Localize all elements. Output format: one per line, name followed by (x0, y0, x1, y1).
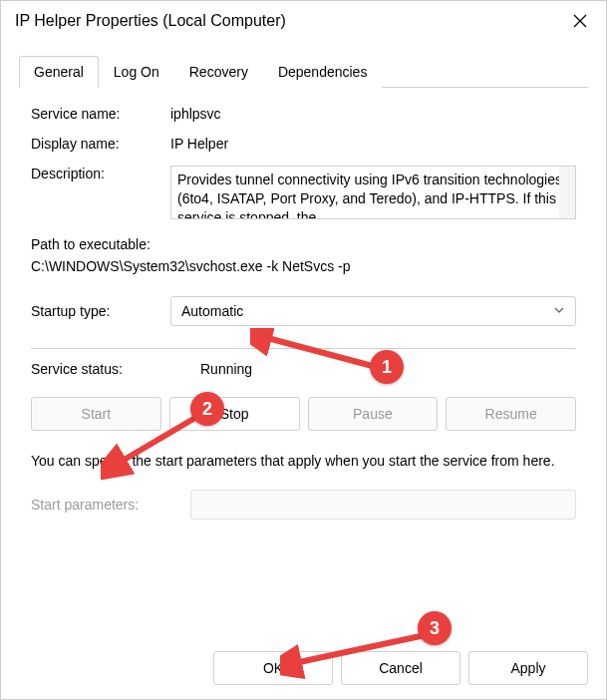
startup-type-value: Automatic (181, 303, 243, 319)
service-status-value: Running (200, 361, 252, 377)
service-status-label: Service status: (31, 361, 200, 377)
tab-strip: General Log On Recovery Dependencies (19, 55, 588, 88)
startup-type-label: Startup type: (31, 303, 170, 319)
service-name-label: Service name: (31, 106, 170, 122)
path-value: C:\WINDOWS\System32\svchost.exe -k NetSv… (31, 255, 576, 277)
dialog-footer: OK Cancel Apply (213, 651, 588, 685)
window-title: IP Helper Properties (Local Computer) (15, 12, 286, 30)
close-button[interactable] (568, 9, 592, 33)
tab-dependencies[interactable]: Dependencies (263, 56, 383, 88)
stop-button[interactable]: Stop (169, 397, 300, 431)
path-label: Path to executable: (31, 233, 576, 255)
chevron-down-icon (553, 303, 565, 319)
close-icon (573, 14, 587, 28)
tab-general[interactable]: General (19, 56, 99, 88)
cancel-button[interactable]: Cancel (341, 651, 460, 685)
start-button: Start (31, 397, 161, 431)
general-panel: Service name: iphlpsvc Display name: IP … (1, 88, 606, 539)
ok-button[interactable]: OK (213, 651, 333, 685)
display-name-value: IP Helper (170, 136, 576, 152)
description-text: Provides tunnel connectivity using IPv6 … (177, 172, 562, 219)
annotation-callout-1: 1 (370, 350, 404, 384)
description-textbox[interactable]: Provides tunnel connectivity using IPv6 … (170, 166, 576, 219)
service-name-value: iphlpsvc (170, 106, 576, 122)
separator (31, 348, 576, 349)
pause-button: Pause (308, 397, 439, 431)
apply-button[interactable]: Apply (468, 651, 588, 685)
info-text: You can specify the start parameters tha… (31, 451, 576, 472)
resume-button: Resume (446, 397, 576, 431)
tab-logon[interactable]: Log On (99, 56, 174, 88)
startup-type-dropdown[interactable]: Automatic (170, 296, 576, 326)
display-name-label: Display name: (31, 136, 170, 152)
description-scrollbar[interactable] (559, 167, 575, 218)
titlebar: IP Helper Properties (Local Computer) (1, 1, 606, 41)
annotation-callout-2: 2 (190, 392, 224, 426)
start-parameters-input (190, 490, 576, 520)
annotation-callout-3: 3 (418, 611, 452, 645)
tab-recovery[interactable]: Recovery (174, 56, 263, 88)
start-parameters-label: Start parameters: (31, 497, 190, 513)
description-label: Description: (31, 166, 170, 181)
